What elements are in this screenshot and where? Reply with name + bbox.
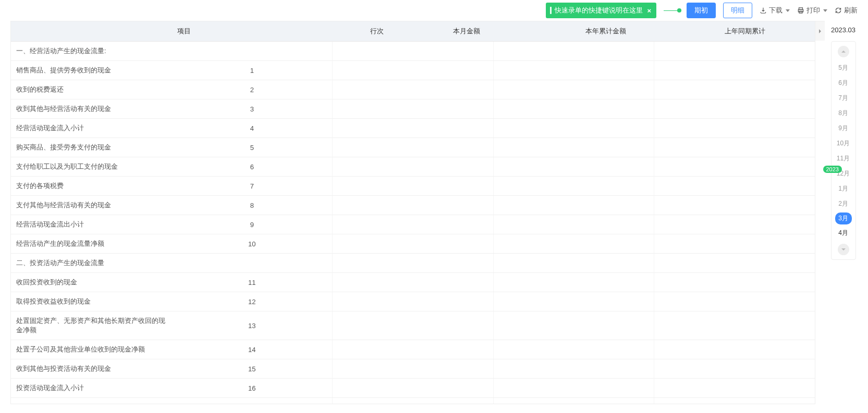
cell-month <box>333 398 493 404</box>
table-row[interactable]: 收回投资收到的现金11 <box>11 273 815 292</box>
table-row[interactable]: 投资活动现金流入小计16 <box>11 379 815 398</box>
cell-item: 收到的税费返还 <box>11 80 172 99</box>
table-row[interactable]: 购建固定资产、无形资产和其他长期资产所支付的现金17 <box>11 398 815 404</box>
cell-month <box>333 311 493 340</box>
cell-prev <box>654 138 815 157</box>
month-item[interactable]: 6月 <box>837 76 850 91</box>
cell-line: 6 <box>172 157 332 177</box>
cell-line: 7 <box>172 177 332 196</box>
download-icon <box>760 7 767 14</box>
cell-ytd <box>493 215 654 234</box>
cell-item: 收到其他与经营活动有关的现金 <box>11 99 172 119</box>
cell-item: 二、投资活动产生的现金流量 <box>11 254 172 273</box>
cell-month <box>333 80 493 99</box>
cell-prev <box>654 359 815 379</box>
expand-handle[interactable] <box>815 21 825 41</box>
table-row[interactable]: 支付的各项税费7 <box>11 177 815 196</box>
cell-ytd <box>493 359 654 379</box>
cell-month <box>333 379 493 398</box>
month-item[interactable]: 1月 <box>838 181 848 196</box>
cell-line: 17 <box>172 398 332 404</box>
cell-item: 购买商品、接受劳务支付的现金 <box>11 138 172 157</box>
month-item[interactable]: 9月 <box>837 121 850 136</box>
tip-text: 快速录单的快捷键说明在这里 <box>555 6 643 15</box>
cell-month <box>333 254 493 273</box>
table-row[interactable]: 购买商品、接受劳务支付的现金5 <box>11 138 815 157</box>
refresh-button[interactable]: 刷新 <box>835 6 858 15</box>
cell-prev <box>654 398 815 404</box>
cell-ytd <box>493 119 654 138</box>
cell-line: 4 <box>172 119 332 138</box>
tip-banner: 快速录单的快捷键说明在这里 × <box>546 3 656 18</box>
nav-down[interactable] <box>838 244 849 255</box>
month-item[interactable]: 7月 <box>837 91 850 106</box>
cell-ytd <box>493 254 654 273</box>
cell-month <box>333 273 493 292</box>
cell-line: 11 <box>172 273 332 292</box>
cell-line: 1 <box>172 61 332 80</box>
table-row[interactable]: 收到其他与投资活动有关的现金15 <box>11 359 815 379</box>
table-row[interactable]: 经营活动现金流入小计4 <box>11 119 815 138</box>
table-row[interactable]: 处置子公司及其他营业单位收到的现金净额14 <box>11 340 815 359</box>
cell-line: 14 <box>172 340 332 359</box>
cell-prev <box>654 61 815 80</box>
cell-ytd <box>493 234 654 254</box>
nav-up[interactable] <box>838 46 849 57</box>
cell-ytd <box>493 292 654 311</box>
table-row[interactable]: 取得投资收益收到的现金12 <box>11 292 815 311</box>
table-row[interactable]: 经营活动现金流出小计9 <box>11 215 815 234</box>
col-prev: 上年同期累计 <box>676 21 815 42</box>
cell-prev <box>654 80 815 99</box>
chevron-down-icon <box>786 9 790 12</box>
month-item[interactable]: 10月 <box>837 136 850 151</box>
cell-month <box>333 196 493 215</box>
table-row[interactable]: 销售商品、提供劳务收到的现金1 <box>11 61 815 80</box>
table-row[interactable]: 经营活动产生的现金流量净额10 <box>11 234 815 254</box>
cell-item: 收到其他与投资活动有关的现金 <box>11 359 172 379</box>
cell-prev <box>654 340 815 359</box>
table-row[interactable]: 收到其他与经营活动有关的现金3 <box>11 99 815 119</box>
cell-item: 购建固定资产、无形资产和其他长期资产所支付的现金 <box>11 398 172 404</box>
table-row[interactable]: 一、经营活动产生的现金流量: <box>11 42 815 61</box>
table-scroll[interactable]: 一、经营活动产生的现金流量:销售商品、提供劳务收到的现金1收到的税费返还2收到其… <box>11 42 815 404</box>
close-icon[interactable]: × <box>647 7 651 15</box>
month-item[interactable]: 4月 <box>832 226 855 241</box>
cell-ytd <box>493 138 654 157</box>
cell-month <box>333 157 493 177</box>
cell-ytd <box>493 340 654 359</box>
detail-button[interactable]: 明细 <box>723 3 752 18</box>
cell-ytd <box>493 157 654 177</box>
month-item[interactable]: 11月 <box>837 151 850 166</box>
cell-item: 销售商品、提供劳务收到的现金 <box>11 61 172 80</box>
cell-month <box>333 177 493 196</box>
cell-ytd <box>493 311 654 340</box>
chevron-down-icon <box>823 9 827 12</box>
cell-line: 12 <box>172 292 332 311</box>
cell-month <box>333 292 493 311</box>
month-active[interactable]: 3月 <box>835 212 852 224</box>
table-row[interactable]: 处置固定资产、无形资产和其他长期资产收回的现金净额13 <box>11 311 815 340</box>
cell-month <box>333 359 493 379</box>
cell-month <box>333 138 493 157</box>
table-row[interactable]: 支付给职工以及为职工支付的现金6 <box>11 157 815 177</box>
table-row[interactable]: 收到的税费返还2 <box>11 80 815 99</box>
cell-ytd <box>493 61 654 80</box>
cell-line: 9 <box>172 215 332 234</box>
refresh-icon <box>835 7 842 14</box>
table-row[interactable]: 二、投资活动产生的现金流量 <box>11 254 815 273</box>
period-begin-button[interactable]: 期初 <box>687 3 716 18</box>
month-item[interactable]: 2月 <box>838 196 848 211</box>
print-button[interactable]: 打印 <box>797 6 827 15</box>
cell-item: 一、经营活动产生的现金流量: <box>11 42 172 61</box>
month-item[interactable]: 8月 <box>837 106 850 121</box>
cell-month <box>333 234 493 254</box>
download-button[interactable]: 下载 <box>760 6 790 15</box>
cell-ytd <box>493 177 654 196</box>
cell-item: 收回投资收到的现金 <box>11 273 172 292</box>
refresh-label: 刷新 <box>844 6 858 15</box>
month-item[interactable]: 5月 <box>837 60 850 76</box>
cell-month <box>333 42 493 61</box>
cell-line: 2 <box>172 80 332 99</box>
table-row[interactable]: 支付其他与经营活动有关的现金8 <box>11 196 815 215</box>
col-item: 项目 <box>11 21 357 42</box>
